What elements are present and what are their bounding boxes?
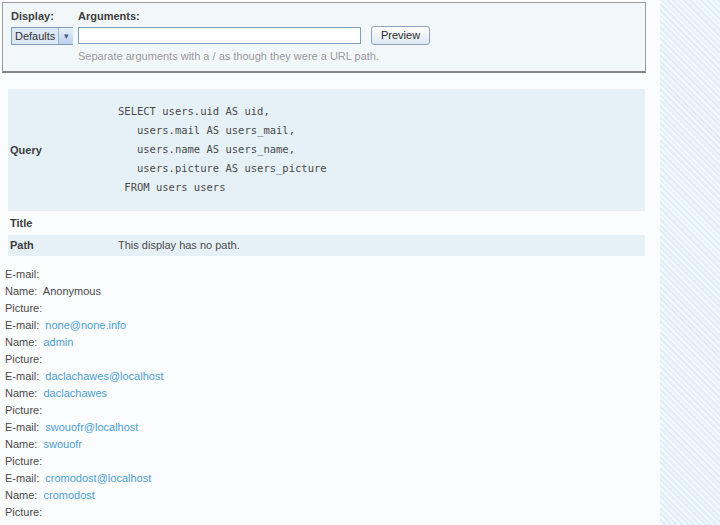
name-field-label: Name: [5,438,37,450]
path-value: This display has no path. [118,235,645,256]
field-picture: Picture: [5,506,645,518]
field-picture: Picture: [5,404,645,416]
title-value [118,211,645,235]
display-select[interactable]: Defaults ▾ [11,27,73,45]
name-link[interactable]: cromodost [43,489,94,501]
name-link[interactable]: daclachawes [43,387,107,399]
title-row: Title [8,211,645,235]
name-field-label: Name: [5,387,37,399]
field-picture: Picture: [5,302,645,314]
email-link[interactable]: cromodost@localhost [45,472,151,484]
query-sql-text: SELECT users.uid AS uid, users.mail AS u… [118,102,645,197]
field-picture: Picture: [5,455,645,467]
field-email: E-mail: swouofr@localhost [5,421,645,433]
arguments-label: Arguments: [78,10,637,22]
field-name: Name: swouofr [5,438,645,450]
email-field-label: E-mail: [5,370,39,382]
field-email: E-mail: [5,268,645,280]
email-link[interactable]: daclachawes@localhost [45,370,163,382]
email-field-label: E-mail: [5,319,39,331]
name-link[interactable]: swouofr [43,438,82,450]
name-field-label: Name: [5,285,37,297]
field-name: Name: admin [5,336,645,348]
email-link[interactable]: swouofr@localhost [45,421,138,433]
title-label: Title [8,211,118,235]
field-name: Name: cromodost [5,489,645,501]
picture-field-label: Picture: [5,455,42,467]
field-picture: Picture: [5,353,645,365]
arguments-help-text: Separate arguments with a / as though th… [78,50,637,62]
email-link[interactable]: none@none.info [45,319,126,331]
field-name: Name: Anonymous [5,285,645,297]
preview-controls-fieldset: Display: Defaults ▾ Arguments: Preview S… [2,2,646,73]
picture-field-label: Picture: [5,353,42,365]
email-field-label: E-mail: [5,268,39,280]
preview-button[interactable]: Preview [371,26,430,45]
field-email: E-mail: cromodost@localhost [5,472,645,484]
content-area: Display: Defaults ▾ Arguments: Preview S… [0,0,660,525]
name-value: Anonymous [43,285,101,297]
chevron-down-icon: ▾ [58,28,73,44]
display-label: Display: [11,10,78,22]
name-field-label: Name: [5,489,37,501]
query-row: Query SELECT users.uid AS uid, users.mai… [8,89,645,211]
picture-field-label: Picture: [5,506,42,518]
email-field-label: E-mail: [5,421,39,433]
field-name: Name: daclachawes [5,387,645,399]
picture-field-label: Picture: [5,404,42,416]
field-email: E-mail: none@none.info [5,319,645,331]
name-field-label: Name: [5,336,37,348]
view-info-table: Query SELECT users.uid AS uid, users.mai… [8,89,645,256]
picture-field-label: Picture: [5,302,42,314]
query-label: Query [8,89,118,211]
name-link[interactable]: admin [43,336,73,348]
field-email: E-mail: daclachawes@localhost [5,370,645,382]
path-label: Path [8,235,118,256]
arguments-input[interactable] [78,27,361,44]
preview-results: E-mail: Name: Anonymous Picture: E-mail:… [5,268,645,518]
path-row: Path This display has no path. [8,235,645,256]
email-field-label: E-mail: [5,472,39,484]
display-select-value: Defaults [12,30,58,42]
